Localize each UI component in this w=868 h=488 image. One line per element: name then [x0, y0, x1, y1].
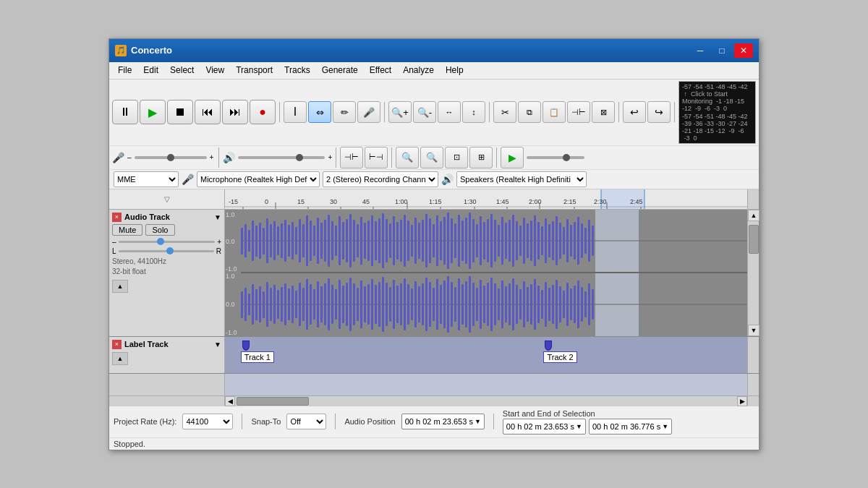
svg-rect-45 [277, 226, 279, 255]
svg-rect-165 [339, 280, 341, 329]
zoom-select-button[interactable]: ⇔ [308, 101, 331, 123]
paste-button[interactable]: 📋 [542, 101, 566, 123]
svg-rect-122 [556, 216, 558, 265]
zoom-out2-button[interactable]: 🔍 [420, 147, 443, 168]
h-scroll-right[interactable]: ▶ [737, 396, 747, 406]
svg-rect-223 [548, 288, 550, 321]
zoom-in2-button[interactable]: 🔍 [396, 147, 419, 168]
h-scroll-left[interactable]: ◀ [225, 396, 235, 406]
solo-button[interactable]: Solo [145, 224, 174, 236]
svg-text:45: 45 [362, 198, 370, 205]
scroll-up-button[interactable]: ▲ [748, 210, 760, 221]
audio-track-controls: × Audio Track ▼ Mute Solo – + L [109, 210, 225, 336]
mute-button[interactable]: Mute [112, 224, 142, 236]
pan-slider[interactable] [119, 250, 214, 252]
svg-rect-140 [248, 294, 250, 315]
menu-analyze[interactable]: Analyze [397, 64, 440, 77]
svg-rect-224 [552, 285, 554, 324]
label-expand-button[interactable]: ▲ [112, 352, 128, 365]
fit-window-button[interactable]: ⊞ [469, 147, 493, 168]
menu-edit[interactable]: Edit [137, 64, 164, 77]
selection-start-dropdown[interactable]: ▼ [576, 423, 582, 430]
svg-rect-230 [574, 286, 576, 323]
menu-generate[interactable]: Generate [316, 64, 364, 77]
effect-trim-button[interactable]: ⊣⊢ [340, 147, 363, 168]
speakers-select[interactable]: Speakers (Realtek High Definiti [456, 171, 587, 187]
speed-thumb[interactable] [563, 154, 570, 161]
label-track-dropdown[interactable]: ▼ [214, 341, 221, 348]
silence-button[interactable]: ⊠ [592, 101, 615, 123]
mic-level-slider[interactable] [135, 156, 207, 159]
redo-button[interactable]: ↪ [647, 101, 671, 123]
project-rate-select[interactable]: 44100 [182, 414, 233, 429]
mic-tool-button[interactable]: 🎤 [357, 101, 380, 123]
status-bar: Stopped. [109, 437, 759, 450]
maximize-button[interactable]: □ [712, 43, 731, 58]
stop-button[interactable]: ⏹ [167, 100, 193, 124]
separator-1 [279, 102, 280, 122]
svg-rect-120 [548, 224, 550, 257]
zoom-in-button[interactable]: 🔍+ [388, 101, 412, 123]
pencil-tool-button[interactable]: ✏ [333, 101, 356, 123]
label-track-area[interactable]: Track 1 Track 2 [225, 337, 747, 373]
trim-button[interactable]: ⊣⊢ [567, 101, 590, 123]
undo-button[interactable]: ↩ [623, 101, 646, 123]
audio-position-dropdown[interactable]: ▼ [475, 418, 481, 425]
selection-end-dropdown[interactable]: ▼ [662, 423, 668, 430]
svg-text:2:30: 2:30 [594, 198, 607, 205]
fit-vertically-button[interactable]: ↕ [462, 101, 485, 123]
snap-to-select[interactable]: Off [286, 414, 326, 429]
select-tool-button[interactable]: I [284, 101, 307, 123]
skip-forward-button[interactable]: ⏭ [222, 100, 248, 124]
record-button[interactable]: ● [250, 100, 276, 124]
svg-rect-221 [541, 290, 543, 319]
audio-track-dropdown[interactable]: ▼ [214, 213, 221, 221]
svg-rect-80 [404, 215, 406, 267]
gain-thumb[interactable] [157, 238, 164, 245]
pan-thumb[interactable] [166, 247, 174, 254]
driver-select[interactable]: MME [114, 171, 179, 187]
menu-view[interactable]: View [200, 64, 230, 77]
track-expand-button[interactable]: ▲ [112, 280, 128, 293]
svg-rect-158 [313, 289, 315, 320]
playback-speed-slider[interactable] [527, 156, 584, 159]
scroll-down-button[interactable]: ▼ [748, 325, 760, 336]
menu-tracks[interactable]: Tracks [278, 64, 316, 77]
svg-rect-217 [527, 287, 529, 322]
label-track-close[interactable]: × [112, 340, 122, 349]
speaker-level-thumb[interactable] [296, 154, 303, 161]
mic-level-thumb[interactable] [167, 154, 174, 161]
play-button[interactable]: ▶ [140, 100, 166, 124]
menu-select[interactable]: Select [164, 64, 200, 77]
scroll-thumb[interactable] [749, 225, 759, 254]
svg-rect-117 [537, 222, 540, 260]
minimize-button[interactable]: ─ [691, 43, 710, 58]
separator-2 [384, 102, 385, 122]
menu-help[interactable]: Help [440, 64, 469, 77]
menu-transport[interactable]: Transport [230, 64, 278, 77]
menu-file[interactable]: File [112, 64, 137, 77]
h-scroll-thumb[interactable] [237, 397, 309, 406]
svg-rect-131 [588, 220, 590, 262]
audio-track-close[interactable]: × [112, 213, 122, 222]
audio-waveform-area[interactable]: 1.0 0.0 -1.0 1.0 0.0 -1.0 [225, 210, 747, 336]
svg-rect-98 [469, 213, 471, 269]
copy-button[interactable]: ⧉ [518, 101, 541, 123]
zoom-out-button[interactable]: 🔍- [413, 101, 436, 123]
menu-effect[interactable]: Effect [364, 64, 397, 77]
channels-select[interactable]: 2 (Stereo) Recording Channels [323, 171, 438, 187]
svg-rect-234 [588, 283, 590, 325]
svg-rect-73 [378, 218, 380, 263]
fit-sel-button[interactable]: ⊡ [445, 147, 468, 168]
pause-button[interactable]: ⏸ [112, 100, 138, 124]
track-info-line2: 32-bit float [112, 267, 221, 277]
play-at-speed-button[interactable]: ▶ [501, 147, 524, 168]
skip-back-button[interactable]: ⏮ [195, 100, 221, 124]
cut-button[interactable]: ✂ [493, 101, 516, 123]
microphone-select[interactable]: Microphone (Realtek High Defi [197, 171, 320, 187]
speaker-level-slider[interactable] [238, 156, 325, 159]
effect-silence2-button[interactable]: ⊢⊣ [365, 147, 388, 168]
gain-slider[interactable] [119, 241, 216, 243]
close-button[interactable]: ✕ [734, 43, 753, 58]
fit-project-button[interactable]: ↔ [438, 101, 461, 123]
